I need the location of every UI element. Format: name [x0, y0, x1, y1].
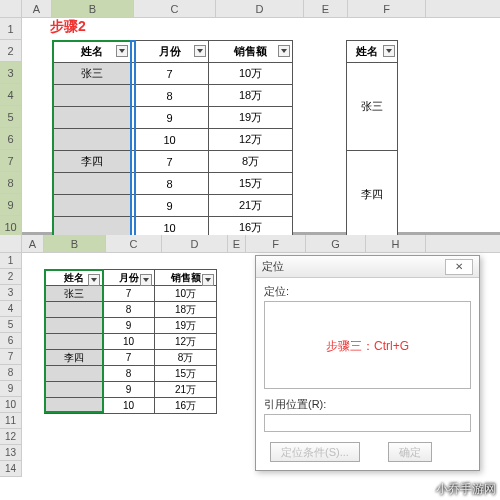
- table-cell[interactable]: 10: [103, 334, 155, 350]
- table-cell[interactable]: 9: [131, 195, 209, 217]
- row-header-1[interactable]: 1: [0, 253, 22, 269]
- column-header-C[interactable]: C: [134, 0, 216, 17]
- filter-dropdown-icon[interactable]: [202, 274, 214, 286]
- table-cell[interactable]: [53, 107, 131, 129]
- column-header-A[interactable]: A: [22, 235, 44, 252]
- table-cell[interactable]: [45, 366, 103, 382]
- table-cell[interactable]: 9: [103, 318, 155, 334]
- column-header-C[interactable]: C: [106, 235, 162, 252]
- table-cell[interactable]: [45, 302, 103, 318]
- filter-dropdown-icon[interactable]: [140, 274, 152, 286]
- row-header-3[interactable]: 3: [0, 62, 22, 84]
- table-cell[interactable]: 张三: [45, 286, 103, 302]
- row-header-12[interactable]: 12: [0, 429, 22, 445]
- table-cell[interactable]: 18万: [209, 85, 293, 107]
- column-header-E[interactable]: E: [228, 235, 246, 252]
- table-cell[interactable]: 21万: [209, 195, 293, 217]
- table-cell[interactable]: 7: [131, 63, 209, 85]
- table-cell[interactable]: 李四: [53, 151, 131, 173]
- table-cell[interactable]: 21万: [155, 382, 217, 398]
- table-cell[interactable]: 12万: [209, 129, 293, 151]
- row-header-4[interactable]: 4: [0, 84, 22, 106]
- column-header-H[interactable]: H: [366, 235, 426, 252]
- column-header-D[interactable]: D: [216, 0, 304, 17]
- row-header-11[interactable]: 11: [0, 413, 22, 429]
- row-header-8[interactable]: 8: [0, 365, 22, 381]
- side-table-cell[interactable]: 李四: [347, 151, 398, 239]
- filter-dropdown-icon[interactable]: [194, 45, 206, 57]
- row-header-9[interactable]: 9: [0, 194, 22, 216]
- reference-input[interactable]: [264, 414, 471, 432]
- column-header-D[interactable]: D: [162, 235, 228, 252]
- table-cell[interactable]: 19万: [155, 318, 217, 334]
- table-cell[interactable]: 李四: [45, 350, 103, 366]
- table-cell[interactable]: [53, 173, 131, 195]
- table-cell[interactable]: 8: [103, 366, 155, 382]
- close-icon[interactable]: ✕: [445, 259, 473, 275]
- table-cell[interactable]: [45, 318, 103, 334]
- row-header-13[interactable]: 13: [0, 445, 22, 461]
- row-header-7[interactable]: 7: [0, 150, 22, 172]
- row-header-1[interactable]: 1: [0, 18, 22, 40]
- table-cell[interactable]: 8: [131, 85, 209, 107]
- table-cell[interactable]: [53, 85, 131, 107]
- table-header[interactable]: 销售额: [155, 270, 217, 286]
- table-cell[interactable]: 10: [131, 129, 209, 151]
- column-header-G[interactable]: G: [306, 235, 366, 252]
- table-cell[interactable]: 9: [131, 107, 209, 129]
- filter-dropdown-icon[interactable]: [116, 45, 128, 57]
- row-header-7[interactable]: 7: [0, 349, 22, 365]
- table-cell[interactable]: 18万: [155, 302, 217, 318]
- row-header-4[interactable]: 4: [0, 301, 22, 317]
- table-cell[interactable]: 8: [131, 173, 209, 195]
- filter-dropdown-icon[interactable]: [88, 274, 100, 286]
- row-header-8[interactable]: 8: [0, 172, 22, 194]
- table-cell[interactable]: [45, 334, 103, 350]
- column-header-F[interactable]: F: [348, 0, 426, 17]
- row-header-6[interactable]: 6: [0, 333, 22, 349]
- table-cell[interactable]: 7: [103, 286, 155, 302]
- row-header-14[interactable]: 14: [0, 461, 22, 477]
- ok-button[interactable]: 确定: [388, 442, 432, 462]
- side-table-header[interactable]: 姓名: [347, 41, 398, 63]
- dialog-titlebar[interactable]: 定位 ✕: [256, 256, 479, 278]
- table-header[interactable]: 姓名: [53, 41, 131, 63]
- table-cell[interactable]: [53, 195, 131, 217]
- row-header-6[interactable]: 6: [0, 128, 22, 150]
- table-cell[interactable]: 19万: [209, 107, 293, 129]
- select-all-corner[interactable]: [0, 0, 22, 17]
- row-header-5[interactable]: 5: [0, 106, 22, 128]
- row-header-10[interactable]: 10: [0, 397, 22, 413]
- table-header[interactable]: 销售额: [209, 41, 293, 63]
- row-header-2[interactable]: 2: [0, 40, 22, 62]
- filter-dropdown-icon[interactable]: [383, 45, 395, 57]
- special-button[interactable]: 定位条件(S)...: [270, 442, 360, 462]
- table-cell[interactable]: 16万: [155, 398, 217, 414]
- table-cell[interactable]: [53, 129, 131, 151]
- table-cell[interactable]: 15万: [155, 366, 217, 382]
- table-cell[interactable]: 张三: [53, 63, 131, 85]
- table-cell[interactable]: 10万: [155, 286, 217, 302]
- table-header[interactable]: 姓名: [45, 270, 103, 286]
- table-cell[interactable]: [45, 382, 103, 398]
- table-cell[interactable]: 8万: [155, 350, 217, 366]
- table-header[interactable]: 月份: [131, 41, 209, 63]
- table-cell[interactable]: 15万: [209, 173, 293, 195]
- table-cell[interactable]: 10: [103, 398, 155, 414]
- side-table-cell[interactable]: 张三: [347, 63, 398, 151]
- row-header-3[interactable]: 3: [0, 285, 22, 301]
- goto-listbox[interactable]: 步骤三：Ctrl+G: [264, 301, 471, 389]
- row-header-9[interactable]: 9: [0, 381, 22, 397]
- column-header-B[interactable]: B: [52, 0, 134, 17]
- filter-dropdown-icon[interactable]: [278, 45, 290, 57]
- column-header-F[interactable]: F: [246, 235, 306, 252]
- column-header-A[interactable]: A: [22, 0, 52, 17]
- column-header-E[interactable]: E: [304, 0, 348, 17]
- table-cell[interactable]: 7: [103, 350, 155, 366]
- table-header[interactable]: 月份: [103, 270, 155, 286]
- table-cell[interactable]: 8万: [209, 151, 293, 173]
- table-cell[interactable]: 9: [103, 382, 155, 398]
- table-cell[interactable]: 10万: [209, 63, 293, 85]
- sheet-area-top[interactable]: 步骤2 姓名月份销售额张三710万818万919万1012万李四78万815万9…: [22, 18, 500, 238]
- table-cell[interactable]: [45, 398, 103, 414]
